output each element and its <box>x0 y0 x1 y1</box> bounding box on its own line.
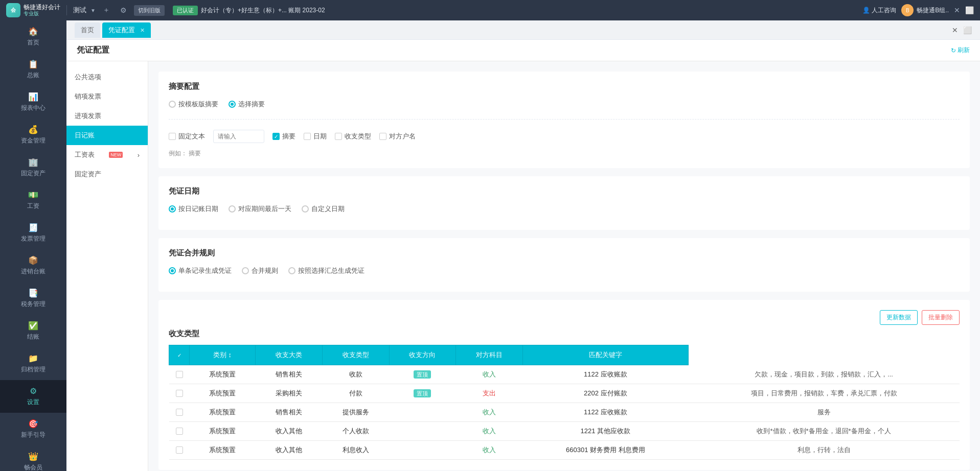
fund-icon: 💰 <box>28 125 38 134</box>
checkbox-counterpart[interactable]: 对方户名 <box>379 132 416 141</box>
radio-summary-gen[interactable]: 按照选择汇总生成凭证 <box>288 266 364 275</box>
maximize-tab-button[interactable]: ⬜ <box>963 26 972 35</box>
sidebar-item-archive[interactable]: 📁 归档管理 <box>0 347 66 380</box>
table-header: ✓ 类别 ↕ 收支大类 收支类型 收支方向 对方科目 匹配关键字 <box>169 345 960 365</box>
sidebar: 🏠 首页 📋 总账 📊 报表中心 💰 资金管理 🏢 固定资产 💵 工资 🧾 发票… <box>0 20 66 471</box>
th-category: 类别 ↕ <box>190 345 256 365</box>
sidebar-item-purchase[interactable]: 📦 进销台账 <box>0 249 66 282</box>
topbar-dropdown-icon[interactable]: ▼ <box>90 8 96 13</box>
select-all-checkbox[interactable]: ✓ <box>176 351 183 359</box>
th-checkbox[interactable]: ✓ <box>169 345 190 365</box>
sidebar-item-guide[interactable]: 🎯 新手引导 <box>0 413 66 445</box>
row3-cb[interactable] <box>176 409 183 416</box>
top-badge-2[interactable]: 置顶 <box>414 389 431 397</box>
menu-item-payroll[interactable]: 工资表 NEW › <box>66 145 148 164</box>
sidebar-item-member[interactable]: 👑 畅会员 <box>0 445 66 471</box>
row4-checkbox[interactable] <box>169 422 190 441</box>
row2-cb[interactable] <box>176 390 183 397</box>
sidebar-item-invoice[interactable]: 🧾 发票管理 <box>0 217 66 249</box>
tab-close-icon[interactable]: ✕ <box>140 27 145 33</box>
update-data-button[interactable]: 更新数据 <box>880 310 918 325</box>
maximize-window-button[interactable]: ⬜ <box>965 6 974 14</box>
tab-home[interactable]: 首页 <box>75 22 100 38</box>
summary-gen-circle <box>288 267 295 274</box>
row2-major-type: 采购相关 <box>255 384 322 403</box>
tab-voucher-config[interactable]: 凭证配置 ✕ <box>102 22 151 38</box>
row5-keywords: 利息，行转，法自 <box>688 441 960 460</box>
menu-item-sales-invoice[interactable]: 销项发票 <box>66 87 148 106</box>
row3-keywords: 服务 <box>688 403 960 422</box>
status-info-text: 好会计（专）+好生意（标）+... 账期 2023-02 <box>201 6 325 15</box>
checkbox-summary[interactable]: ✓ 摘要 <box>272 132 295 141</box>
batch-delete-button[interactable]: 批量删除 <box>922 310 960 325</box>
summary-radio-group: 按模板版摘要 选择摘要 <box>169 100 960 109</box>
new-badge: NEW <box>109 152 123 158</box>
row1-category: 系统预置 <box>190 365 256 384</box>
row4-type: 个人收款 <box>322 422 389 441</box>
close-window-button[interactable]: ✕ <box>954 6 960 14</box>
guide-icon: 🎯 <box>28 419 38 429</box>
menu-item-public[interactable]: 公共选项 <box>66 67 148 87</box>
sidebar-item-home[interactable]: 🏠 首页 <box>0 20 66 53</box>
add-button[interactable]: ＋ <box>100 5 113 16</box>
user-area[interactable]: B 畅捷通B组.. <box>901 4 949 16</box>
checkbox-pay-type[interactable]: 收支类型 <box>335 132 371 141</box>
row4-subject: 1221 其他应收款 <box>523 422 688 441</box>
checkbox-fixed-text[interactable]: 固定文本 <box>169 132 205 141</box>
menu-item-fixed-asset[interactable]: 固定资产 <box>66 164 148 184</box>
menu-item-journal[interactable]: 日记账 <box>66 126 148 145</box>
sidebar-item-tax[interactable]: 📑 税务管理 <box>0 282 66 315</box>
switch-old-version-button[interactable]: 切到旧版 <box>134 5 165 16</box>
row5-cb[interactable] <box>176 446 183 454</box>
invoice-icon: 🧾 <box>28 223 38 232</box>
row2-is-top[interactable]: 置顶 <box>389 384 456 403</box>
row4-major-type: 收入其他 <box>255 422 322 441</box>
radio-merge-rule[interactable]: 合并规则 <box>242 266 278 275</box>
row4-cb[interactable] <box>176 428 183 435</box>
date-checkbox <box>304 133 311 140</box>
row5-type: 利息收入 <box>322 441 389 460</box>
refresh-button[interactable]: ↻ 刷新 <box>951 46 970 55</box>
table-header-row: 更新数据 批量删除 <box>169 310 960 325</box>
table-row: 系统预置 收入其他 利息收入 收入 660301 财务费用 利息费用 利息，行转… <box>169 441 960 460</box>
row3-major-type: 销售相关 <box>255 403 322 422</box>
radio-select-summary[interactable]: 选择摘要 <box>229 100 265 109</box>
menu-item-purchase-invoice[interactable]: 进项发票 <box>66 106 148 126</box>
sidebar-item-report[interactable]: 📊 报表中心 <box>0 86 66 119</box>
fixed-text-input[interactable] <box>213 130 264 143</box>
row2-type: 付款 <box>322 384 389 403</box>
sidebar-item-fund[interactable]: 💰 资金管理 <box>0 119 66 151</box>
settings-gear-icon[interactable]: ⚙ <box>117 5 130 15</box>
checkbox-date[interactable]: 日期 <box>304 132 327 141</box>
table-row: 系统预置 销售相关 收款 置顶 收入 1122 应收账款 欠款，现金，项目款，到… <box>169 365 960 384</box>
th-major-type: 收支大类 <box>255 345 322 365</box>
sidebar-item-salary[interactable]: 💵 工资 <box>0 184 66 217</box>
close-tab-button[interactable]: ✕ <box>950 26 960 35</box>
left-menu: 公共选项 销项发票 进项发票 日记账 工资表 NEW › 固定资产 <box>66 61 148 471</box>
radio-select-circle <box>229 101 236 108</box>
sidebar-item-ledger[interactable]: 📋 总账 <box>0 53 66 86</box>
radio-period-last[interactable]: 对应期间最后一天 <box>229 204 291 214</box>
radio-template[interactable]: 按模板版摘要 <box>169 100 218 109</box>
radio-custom-date[interactable]: 自定义日期 <box>302 204 345 214</box>
content-area: 首页 凭证配置 ✕ ✕ ⬜ 凭证配置 ↻ 刷新 公共选项 <box>66 20 980 471</box>
sidebar-item-asset[interactable]: 🏢 固定资产 <box>0 151 66 184</box>
row5-checkbox[interactable] <box>169 441 190 460</box>
table-body: 系统预置 销售相关 收款 置顶 收入 1122 应收账款 欠款，现金，项目款，到… <box>169 365 960 460</box>
settle-icon: ✅ <box>28 321 38 331</box>
row1-checkbox[interactable] <box>169 365 190 384</box>
sidebar-item-settle[interactable]: ✅ 结账 <box>0 315 66 347</box>
row3-checkbox[interactable] <box>169 403 190 422</box>
consult-button[interactable]: 👤 人工咨询 <box>862 6 896 15</box>
sidebar-item-settings[interactable]: ⚙ 设置 <box>0 380 66 413</box>
table-row: 系统预置 销售相关 提供服务 收入 1122 应收账款 服务 <box>169 403 960 422</box>
row3-category: 系统预置 <box>190 403 256 422</box>
row1-cb[interactable] <box>176 371 183 378</box>
sort-icon[interactable]: ↕ <box>229 351 232 359</box>
top-badge-1[interactable]: 置顶 <box>414 370 431 379</box>
merge-rule-circle <box>242 267 249 274</box>
radio-single-record[interactable]: 单条记录生成凭证 <box>169 266 232 275</box>
row2-checkbox[interactable] <box>169 384 190 403</box>
row1-is-top[interactable]: 置顶 <box>389 365 456 384</box>
radio-journal-date[interactable]: 按日记账日期 <box>169 204 218 214</box>
